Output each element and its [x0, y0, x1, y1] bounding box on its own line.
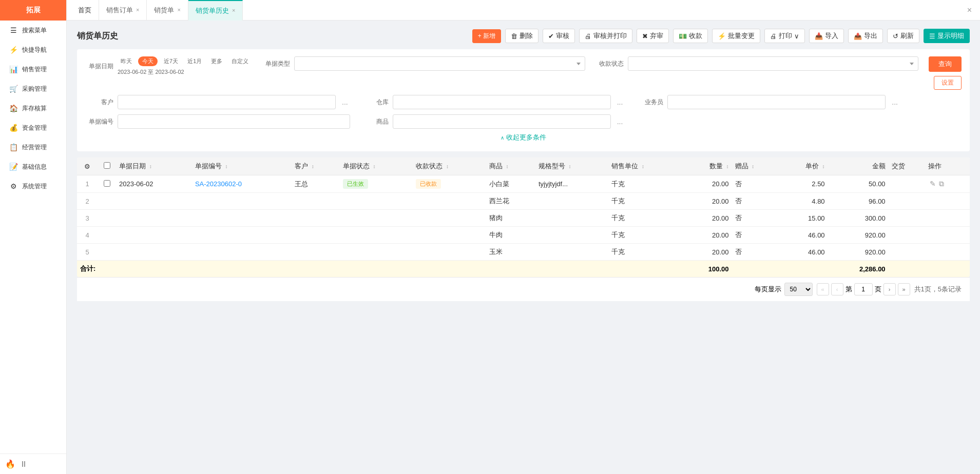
- refresh-icon: ↺: [893, 32, 898, 40]
- date-btn-more[interactable]: 更多: [208, 56, 225, 66]
- edit-action[interactable]: ✎: [928, 180, 937, 188]
- doc-type-select[interactable]: [294, 56, 585, 71]
- payment-status-select[interactable]: [628, 56, 918, 71]
- inventory-icon: 🏠: [9, 104, 18, 113]
- batch-change-button[interactable]: ⚡ 批量变更: [712, 29, 760, 43]
- cell-gift: 否: [732, 210, 780, 227]
- last-page-button[interactable]: »: [898, 283, 910, 295]
- sidebar-item-operations[interactable]: 📋 经营管理: [0, 137, 66, 157]
- import-button[interactable]: 📥 导入: [809, 29, 844, 43]
- page-number-input[interactable]: [854, 283, 873, 295]
- col-unit-price[interactable]: 单价 ↕: [780, 157, 828, 175]
- show-detail-button[interactable]: ☰ 显示明细: [924, 29, 970, 43]
- cell-doc-date: [116, 193, 192, 210]
- collapse-button[interactable]: ∧ 收起更多条件: [498, 131, 548, 144]
- sidebar-item-base-info[interactable]: 📝 基础信息: [0, 157, 66, 176]
- audit-button[interactable]: ✔ 审核: [543, 29, 575, 43]
- copy-action[interactable]: ⧉: [937, 180, 946, 188]
- warehouse-input[interactable]: [393, 95, 611, 109]
- customer-input[interactable]: [118, 95, 336, 109]
- query-button[interactable]: 查询: [929, 56, 962, 72]
- new-button[interactable]: + 新增: [472, 29, 501, 43]
- tab-sales-delivery-close[interactable]: ×: [177, 7, 180, 13]
- date-btn-7days[interactable]: 近7天: [161, 56, 181, 66]
- col-unit[interactable]: 销售单位 ↕: [608, 157, 682, 175]
- select-all-checkbox[interactable]: [104, 162, 110, 169]
- col-doc-status[interactable]: 单据状态 ↕: [340, 157, 413, 175]
- col-quantity[interactable]: 数量 ↕: [682, 157, 732, 175]
- col-checkbox[interactable]: [98, 157, 116, 175]
- sidebar-item-purchase-mgmt[interactable]: 🛒 采购管理: [0, 79, 66, 98]
- sidebar-item-system-mgmt[interactable]: ⚙ 系统管理: [0, 176, 66, 196]
- col-customer[interactable]: 客户 ↕: [292, 157, 340, 175]
- export-button[interactable]: 📤 导出: [848, 29, 883, 43]
- col-gift[interactable]: 赠品 ↕: [732, 157, 780, 175]
- sidebar-bottom-icon2[interactable]: ⏸: [20, 460, 28, 469]
- salesperson-input[interactable]: [667, 95, 886, 109]
- col-payment-status[interactable]: 收款状态 ↕: [413, 157, 486, 175]
- row-checkbox[interactable]: [98, 175, 116, 193]
- date-btn-today[interactable]: 今天: [138, 56, 158, 66]
- cell-unit-price: 15.00: [780, 210, 828, 227]
- cell-doc-date: [116, 227, 192, 244]
- date-btn-custom[interactable]: 自定义: [228, 56, 252, 66]
- settings-button[interactable]: 设置: [934, 76, 962, 90]
- warehouse-label: 仓库: [360, 98, 389, 107]
- sidebar-item-search-menu[interactable]: ☰ 搜索菜单: [0, 21, 66, 40]
- tab-sales-order[interactable]: 销售订单 ×: [99, 0, 147, 21]
- page-label: 页: [875, 285, 881, 294]
- col-doc-date[interactable]: 单据日期 ↕: [116, 157, 192, 175]
- col-settings[interactable]: ⚙: [77, 157, 98, 175]
- collect-button[interactable]: 💵 收款: [673, 29, 708, 43]
- sidebar-item-quick-nav[interactable]: ⚡ 快捷导航: [0, 40, 66, 60]
- date-range-text: 2023-06-02 至 2023-06-02: [118, 68, 252, 76]
- row-checkbox[interactable]: [98, 193, 116, 210]
- warehouse-ellipsis[interactable]: ...: [615, 98, 625, 106]
- tab-sales-history-close[interactable]: ×: [232, 8, 235, 13]
- goods-input[interactable]: [393, 114, 611, 129]
- row-checkbox[interactable]: [98, 244, 116, 261]
- doc-number-input[interactable]: [118, 114, 350, 129]
- row-checkbox[interactable]: [98, 210, 116, 227]
- refresh-button[interactable]: ↺ 刷新: [887, 29, 919, 43]
- spec-sort-icon: ↕: [569, 164, 571, 169]
- tab-sales-history[interactable]: 销货单历史 ×: [188, 0, 243, 21]
- sidebar-bottom-icon1[interactable]: 🔥: [5, 459, 15, 469]
- customer-ellipsis[interactable]: ...: [340, 98, 350, 106]
- tab-home[interactable]: 首页: [71, 0, 99, 21]
- col-spec[interactable]: 规格型号 ↕: [535, 157, 609, 175]
- sidebar-item-finance[interactable]: 💰 资金管理: [0, 118, 66, 137]
- col-goods[interactable]: 商品 ↕: [486, 157, 535, 175]
- sidebar-item-inventory[interactable]: 🏠 库存核算: [0, 98, 66, 118]
- import-icon: 📥: [815, 32, 823, 40]
- tabbar-close-icon[interactable]: ×: [963, 6, 976, 15]
- date-btn-yesterday[interactable]: 昨天: [118, 56, 135, 66]
- salesperson-ellipsis[interactable]: ...: [890, 98, 900, 106]
- doc-number-filter: 单据编号: [85, 114, 350, 129]
- col-transaction[interactable]: 交货: [889, 157, 926, 175]
- batch-change-icon: ⚡: [718, 32, 726, 40]
- row-number: 4: [77, 227, 98, 244]
- abandon-button[interactable]: ✖ 弃审: [637, 29, 669, 43]
- prev-page-button[interactable]: ‹: [831, 283, 843, 295]
- first-page-button[interactable]: «: [817, 283, 829, 295]
- col-doc-number[interactable]: 单据编号 ↕: [192, 157, 292, 175]
- tab-sales-order-close[interactable]: ×: [136, 7, 139, 13]
- doc-number-link[interactable]: SA-20230602-0: [195, 180, 242, 188]
- sidebar-item-sales-mgmt[interactable]: 📊 销售管理: [0, 60, 66, 79]
- date-btn-1month[interactable]: 近1月: [184, 56, 205, 66]
- sidebar-item-label: 系统管理: [22, 182, 47, 191]
- cell-unit: 千克: [608, 244, 682, 261]
- goods-sort-icon: ↕: [506, 164, 508, 169]
- tab-sales-delivery[interactable]: 销货单 ×: [147, 0, 188, 21]
- page-size-select[interactable]: 50 100 200: [784, 283, 813, 296]
- print-button[interactable]: 🖨 打印 ∨: [764, 29, 805, 43]
- next-page-button[interactable]: ›: [883, 283, 896, 295]
- goods-ellipsis[interactable]: ...: [615, 117, 625, 126]
- delete-button[interactable]: 🗑 删除: [505, 29, 539, 43]
- col-amount[interactable]: 金额: [828, 157, 889, 175]
- cell-payment-status: 已收款: [413, 175, 486, 193]
- row-checkbox[interactable]: [98, 227, 116, 244]
- cell-unit: 千克: [608, 193, 682, 210]
- audit-print-button[interactable]: 🖨 审核并打印: [579, 29, 632, 43]
